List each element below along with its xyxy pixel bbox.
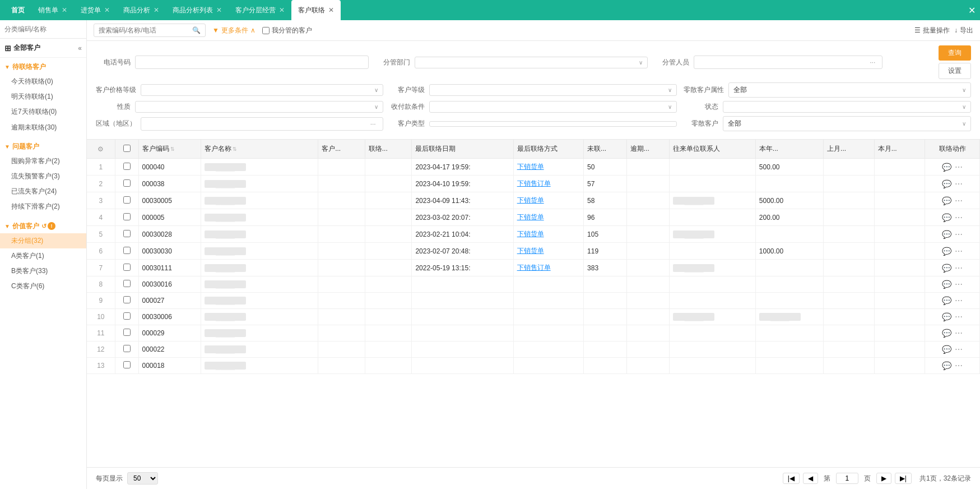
more-icon[interactable]: ⋯ <box>955 329 963 338</box>
cell-check[interactable] <box>115 176 138 192</box>
sidebar-item-overdue[interactable]: 逾期未联络(30) <box>0 120 86 135</box>
cell-check[interactable] <box>115 293 138 309</box>
more-icon[interactable]: ⋯ <box>955 361 963 370</box>
th-overdue[interactable]: 逾期... <box>626 140 670 159</box>
th-last-date[interactable]: 最后联络日期 <box>412 140 513 159</box>
filter-search-icon[interactable]: 🔍 <box>192 26 201 34</box>
export-btn[interactable]: ↓ 导出 <box>954 26 973 35</box>
retail-select[interactable]: 全部 ∨ <box>723 116 971 131</box>
my-customers-checkbox[interactable]: 我分管的客户 <box>262 26 312 35</box>
contact-icon[interactable]: 💬 <box>942 361 951 370</box>
last-page-btn[interactable]: ▶| <box>895 473 912 484</box>
cell-check[interactable] <box>115 243 138 260</box>
cust-type-select[interactable] <box>429 121 677 127</box>
status-select[interactable]: ∨ <box>723 101 971 113</box>
th-code[interactable]: 客户编码⇅ <box>138 140 201 159</box>
cell-last-method[interactable] <box>513 358 583 374</box>
retail-attr-select[interactable]: 全部 ∨ <box>728 82 971 98</box>
more-icon[interactable]: ⋯ <box>955 264 963 273</box>
page-number-input[interactable] <box>836 473 858 484</box>
tab-purchase-close[interactable]: ✕ <box>104 6 110 14</box>
th-settings[interactable]: ⚙ <box>87 140 115 159</box>
cell-last-method[interactable] <box>513 325 583 342</box>
cell-check[interactable] <box>115 209 138 226</box>
cell-last-method[interactable]: 下销售订单 <box>513 176 583 192</box>
cell-check[interactable] <box>115 325 138 342</box>
more-icon[interactable]: ⋯ <box>955 230 963 239</box>
more-icon[interactable]: ⋯ <box>955 213 963 222</box>
th-no-contact[interactable]: 未联... <box>584 140 627 159</box>
contact-icon[interactable]: 💬 <box>942 247 951 256</box>
refresh-icon[interactable]: ↺ <box>41 223 47 230</box>
contact-icon[interactable]: 💬 <box>942 213 951 222</box>
more-icon[interactable]: ⋯ <box>955 345 963 354</box>
th-check[interactable] <box>115 140 138 159</box>
sort-code[interactable]: 客户编码⇅ <box>142 144 175 154</box>
dept-select[interactable]: ∨ <box>415 57 648 68</box>
sidebar-item-class-a[interactable]: A类客户(1) <box>0 248 86 264</box>
th-partner[interactable]: 往来单位联系人 <box>670 140 755 159</box>
contact-icon[interactable]: 💬 <box>942 179 951 188</box>
sidebar-item-declining[interactable]: 持续下滑客户(2) <box>0 199 86 214</box>
sidebar-search-input[interactable] <box>4 25 87 33</box>
cell-check[interactable] <box>115 159 138 176</box>
sort-name[interactable]: 客户名称⇅ <box>205 144 237 154</box>
level-select[interactable]: ∨ <box>429 84 677 96</box>
phone-input[interactable] <box>135 56 369 69</box>
more-icon[interactable]: ⋯ <box>955 247 963 256</box>
tab-customer-segment[interactable]: 客户分层经营 ✕ <box>229 0 291 20</box>
sidebar-section-problem-title[interactable]: ▼ 问题客户 <box>0 140 86 154</box>
cell-last-method[interactable] <box>513 276 583 293</box>
tab-sales[interactable]: 销售单 ✕ <box>31 0 74 20</box>
th-last-month[interactable]: 上月... <box>824 140 875 159</box>
reset-button[interactable]: 设置 <box>939 63 971 79</box>
tab-purchase[interactable]: 进货单 ✕ <box>74 0 117 20</box>
contact-icon[interactable]: 💬 <box>942 296 951 305</box>
more-icon[interactable]: ⋯ <box>955 312 963 321</box>
cell-check[interactable] <box>115 260 138 276</box>
cell-check[interactable] <box>115 342 138 358</box>
more-icon[interactable]: ⋯ <box>955 196 963 205</box>
cell-last-method[interactable]: 下销货单 <box>513 209 583 226</box>
cell-last-method[interactable]: 下销售订单 <box>513 260 583 276</box>
tab-product-analysis-list-close[interactable]: ✕ <box>216 6 222 14</box>
sidebar-item-today[interactable]: 今天待联络(0) <box>0 74 86 89</box>
prev-page-btn[interactable]: ◀ <box>803 473 818 484</box>
contact-icon[interactable]: 💬 <box>942 329 951 338</box>
sidebar-item-abnormal-purchase[interactable]: 囤购异常客户(2) <box>0 154 86 169</box>
contact-icon[interactable]: 💬 <box>942 196 951 205</box>
next-page-btn[interactable]: ▶ <box>876 473 891 484</box>
cell-last-method[interactable]: 下销货单 <box>513 192 583 209</box>
tab-customer-contact-close[interactable]: ✕ <box>328 6 334 14</box>
global-close-button[interactable]: ✕ <box>968 5 976 16</box>
nature-select[interactable]: ∨ <box>135 101 383 113</box>
th-contact[interactable]: 联络... <box>365 140 412 159</box>
cell-check[interactable] <box>115 276 138 293</box>
sidebar-collapse-icon[interactable]: « <box>78 44 82 52</box>
cell-check[interactable] <box>115 358 138 374</box>
staff-select[interactable]: ··· <box>694 56 883 69</box>
cell-check[interactable] <box>115 226 138 243</box>
cell-last-method[interactable] <box>513 342 583 358</box>
cell-check[interactable] <box>115 309 138 325</box>
cell-last-method[interactable] <box>513 309 583 325</box>
contact-icon[interactable]: 💬 <box>942 264 951 273</box>
price-level-select[interactable]: ∨ <box>141 84 383 96</box>
tab-product-analysis-close[interactable]: ✕ <box>154 6 159 14</box>
tab-customer-contact[interactable]: 客户联络 ✕ <box>291 0 341 20</box>
cell-last-method[interactable]: 下销货单 <box>513 226 583 243</box>
th-last-method[interactable]: 最后联络方式 <box>513 140 583 159</box>
sidebar-item-class-c[interactable]: C类客户(6) <box>0 279 86 294</box>
sidebar-all-customers[interactable]: ⊞ 全部客户 « <box>0 39 86 58</box>
payment-select[interactable]: ∨ <box>429 101 677 113</box>
tab-product-analysis-list[interactable]: 商品分析列表 ✕ <box>166 0 229 20</box>
page-size-select[interactable]: 50 100 <box>127 472 158 485</box>
query-button[interactable]: 查询 <box>939 45 971 61</box>
cell-last-method[interactable]: 下销货单 <box>513 159 583 176</box>
more-conditions-btn[interactable]: ▼ 更多条件 ∧ <box>212 26 256 35</box>
more-icon[interactable]: ⋯ <box>955 280 963 289</box>
sidebar-item-churned[interactable]: 已流失客户(24) <box>0 184 86 199</box>
contact-icon[interactable]: 💬 <box>942 345 951 354</box>
sidebar-item-churn-warning[interactable]: 流失预警客户(3) <box>0 169 86 184</box>
more-icon[interactable]: ⋯ <box>955 179 963 188</box>
